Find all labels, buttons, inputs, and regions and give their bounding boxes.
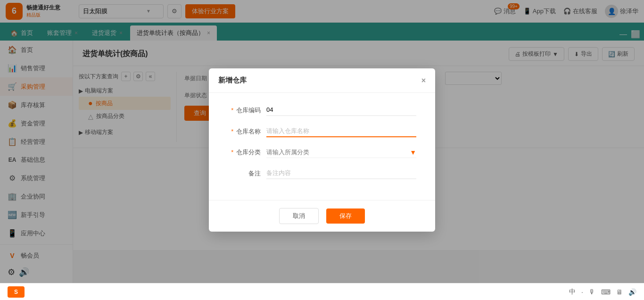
warehouse-name-input[interactable] [266, 125, 416, 137]
warehouse-name-label: * 仓库名称 [228, 127, 261, 136]
microphone-icon[interactable]: 🎙 [589, 288, 595, 296]
ime-chinese-icon[interactable]: 中 [569, 288, 576, 296]
screen-icon[interactable]: 🖥 [616, 288, 623, 296]
new-warehouse-modal: 新增仓库 × * 仓库编码 * 仓库名称 [209, 68, 435, 232]
modal-header: 新增仓库 × [209, 68, 435, 93]
required-star-code: * [231, 107, 233, 114]
cancel-button[interactable]: 取消 [279, 208, 319, 224]
bottom-brand-icon: S [8, 286, 25, 298]
save-button[interactable]: 保存 [326, 208, 365, 224]
warehouse-code-field: * 仓库编码 [228, 104, 416, 116]
keyboard-icon[interactable]: ⌨ [601, 288, 611, 296]
warehouse-code-input[interactable] [266, 104, 416, 116]
warehouse-note-label: 备注 [228, 169, 261, 178]
warehouse-name-field: * 仓库名称 [228, 125, 416, 137]
warehouse-code-label: * 仓库编码 [228, 106, 261, 115]
modal-body: * 仓库编码 * 仓库名称 * 仓库分类 [209, 93, 435, 200]
category-dropdown-arrow[interactable]: ▼ [410, 149, 416, 156]
required-star-name: * [231, 128, 233, 135]
modal-overlay: 新增仓库 × * 仓库编码 * 仓库名称 [0, 0, 644, 300]
required-star-category: * [231, 149, 233, 156]
warehouse-category-select-wrapper: ▼ [266, 147, 416, 158]
warehouse-note-input[interactable] [266, 167, 416, 179]
bottom-bar: S 中 · 🎙 ⌨ 🖥 🔊 [0, 283, 644, 300]
warehouse-category-label: * 仓库分类 [228, 148, 261, 157]
warehouse-category-field: * 仓库分类 ▼ [228, 147, 416, 158]
warehouse-note-field: 备注 [228, 167, 416, 179]
speaker-bottom-icon[interactable]: 🔊 [628, 288, 636, 296]
modal-footer: 取消 保存 [209, 200, 435, 232]
warehouse-category-input[interactable] [266, 147, 410, 158]
bottom-icons: 中 · 🎙 ⌨ 🖥 🔊 [569, 288, 636, 296]
modal-title: 新增仓库 [218, 76, 247, 85]
ime-dot-icon: · [581, 288, 583, 296]
modal-close-button[interactable]: × [421, 76, 426, 85]
